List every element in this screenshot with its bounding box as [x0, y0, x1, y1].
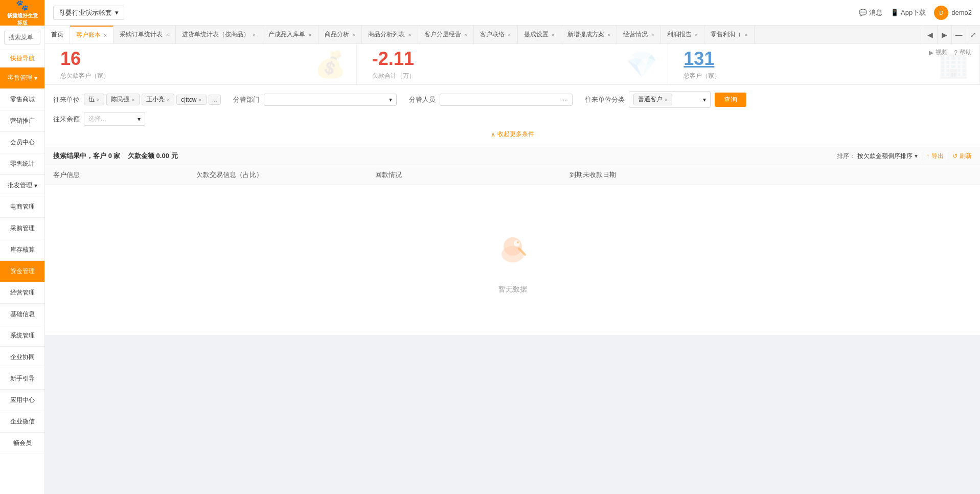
app-name: 畅捷通好生意	[7, 12, 38, 19]
sidebar-item-retail-mgmt[interactable]: 零售管理 ▾	[0, 68, 44, 89]
sidebar-item-finance[interactable]: 资金管理	[0, 261, 44, 282]
tab-customer-contact[interactable]: 客户联络 ×	[474, 26, 517, 44]
sidebar-item-operations[interactable]: 经营管理	[0, 282, 44, 304]
tab-maximize[interactable]: ⤢	[966, 26, 980, 44]
tab-purchase-stats[interactable]: 进货单统计表（按商品） ×	[176, 26, 262, 44]
tab-retail-profit[interactable]: 零售利润（ ×	[704, 26, 754, 44]
results-count-unit: 家	[113, 152, 120, 160]
tab-label: 商品分析	[325, 30, 349, 39]
tab-close-icon[interactable]: ×	[552, 32, 555, 38]
balance-select[interactable]: 选择... ▾	[84, 112, 145, 126]
tab-close-icon[interactable]: ×	[651, 32, 654, 38]
sidebar-item-batch-mgmt[interactable]: 批发管理 ▾	[0, 175, 44, 196]
stat-icon-money: 💰	[314, 50, 346, 79]
export-icon: ↑	[926, 152, 929, 160]
stat-text: 16 总欠款客户（家）	[60, 48, 109, 80]
refresh-icon: ↺	[952, 152, 958, 160]
tab-close-icon[interactable]: ×	[308, 32, 311, 38]
unit-type-tag-1[interactable]: 普通客户 ×	[633, 94, 672, 105]
tag-remove-icon[interactable]: ×	[97, 97, 100, 103]
sort-label: 排序：	[837, 152, 855, 161]
tab-purchase-order[interactable]: 采购订单统计表 ×	[113, 26, 175, 44]
tab-scroll-left[interactable]: ◀	[923, 26, 937, 44]
tab-customer-segment[interactable]: 客户分层经营 ×	[418, 26, 474, 44]
tab-close-icon[interactable]: ×	[166, 32, 169, 38]
filter-tag-2[interactable]: 陈民强 ×	[106, 94, 139, 105]
sidebar-item-quick-nav[interactable]: 快捷导航	[0, 50, 44, 68]
tab-tips-settings[interactable]: 提成设置 ×	[518, 26, 561, 44]
play-icon: ▶	[929, 49, 933, 56]
topbar-right: 💬 消息 📱 App下载 D demo2	[859, 6, 972, 20]
unit-type-select[interactable]: 普通客户 × ▾	[629, 91, 711, 108]
username: demo2	[951, 9, 972, 16]
account-selector[interactable]: 母婴行业演示帐套 ▾	[53, 6, 124, 20]
message-button[interactable]: 💬 消息	[859, 8, 882, 17]
tag-remove-icon[interactable]: ×	[131, 97, 134, 103]
tab-close-icon[interactable]: ×	[408, 32, 411, 38]
chevron-down-icon: ▾	[34, 75, 37, 82]
sidebar-item-retail-stats[interactable]: 零售统计	[0, 153, 44, 175]
video-link[interactable]: ▶ 视频	[929, 48, 948, 57]
tab-label: 提成设置	[524, 30, 549, 39]
collapse-button[interactable]: ∧ 收起更多条件	[491, 130, 534, 139]
tab-close-icon[interactable]: ×	[104, 32, 107, 38]
sidebar-item-enterprise-wx[interactable]: 企业微信	[0, 411, 44, 433]
sidebar-item-inventory[interactable]: 库存核算	[0, 239, 44, 261]
tab-customer-capital[interactable]: 客户账本 ×	[70, 26, 113, 44]
filter-tags: 伍 × 陈民强 × 王小亮 × cjttcw × ...	[84, 94, 221, 105]
sort-button[interactable]: 排序： 按欠款金额倒序排序 ▾	[837, 152, 918, 161]
tab-product-analysis[interactable]: 商品分析 ×	[318, 26, 362, 44]
tab-product-analysis-list[interactable]: 商品分析列表 ×	[362, 26, 418, 44]
search-menu-button[interactable]: 搜索菜单	[4, 31, 40, 44]
tab-close-icon[interactable]: ×	[744, 32, 747, 38]
sidebar-item-ecommerce[interactable]: 电商管理	[0, 196, 44, 218]
tab-profit-report[interactable]: 利润报告 ×	[661, 26, 704, 44]
filter-tag-4[interactable]: cjttcw ×	[176, 95, 206, 105]
tab-operation[interactable]: 经营情况 ×	[617, 26, 660, 44]
sidebar-item-app-center[interactable]: 应用中心	[0, 390, 44, 411]
tab-new-tips[interactable]: 新增提成方案 ×	[561, 26, 617, 44]
tab-close-icon[interactable]: ×	[695, 32, 698, 38]
tab-home[interactable]: 首页	[45, 26, 70, 44]
sidebar-item-enterprise-coop[interactable]: 企业协同	[0, 347, 44, 368]
user-profile[interactable]: D demo2	[934, 6, 972, 20]
tag-remove-icon[interactable]: ×	[665, 97, 668, 103]
tag-remove-icon[interactable]: ×	[198, 97, 201, 103]
sidebar-item-member[interactable]: 畅会员	[0, 433, 44, 454]
avatar: D	[934, 6, 948, 20]
sidebar-item-sys-mgmt[interactable]: 系统管理	[0, 325, 44, 347]
sidebar-item-marketing[interactable]: 营销推广	[0, 110, 44, 132]
tab-close-icon[interactable]: ×	[464, 32, 467, 38]
results-debt-unit: 元	[171, 152, 178, 160]
svg-point-2	[514, 240, 520, 246]
sidebar-item-retail-mall[interactable]: 零售商城	[0, 89, 44, 110]
app-download-button[interactable]: 📱 App下载	[891, 8, 926, 17]
tag-remove-icon[interactable]: ×	[167, 97, 170, 103]
tab-close-icon[interactable]: ×	[352, 32, 355, 38]
tab-close-icon[interactable]: ×	[253, 32, 256, 38]
sidebar: 🐾 畅捷通好生意 标版 搜索菜单 快捷导航 零售管理 ▾ 零售商城 营销推广 会…	[0, 0, 45, 494]
filter-tag-3[interactable]: 王小亮 ×	[142, 94, 174, 105]
person-select[interactable]: ···	[440, 94, 573, 106]
help-link[interactable]: ? 帮助	[954, 48, 972, 57]
svg-point-3	[517, 241, 519, 243]
filter-more-button[interactable]: ...	[209, 95, 221, 105]
refresh-button[interactable]: ↺ 刷新	[952, 152, 972, 161]
page-content: 16 总欠款客户（家） 💰 -2.11 欠款合计（万） 💎 131 总客户（家）…	[45, 44, 980, 494]
tab-scroll-right[interactable]: ▶	[937, 26, 951, 44]
filter-tag-1[interactable]: 伍 ×	[84, 94, 104, 105]
tab-close-icon[interactable]: ×	[508, 32, 511, 38]
sidebar-item-new-guide[interactable]: 新手引导	[0, 368, 44, 390]
results-debt-amount: 0.00	[156, 152, 169, 160]
sidebar-item-member-center[interactable]: 会员中心	[0, 132, 44, 153]
tab-close-icon[interactable]: ×	[607, 32, 610, 38]
export-button[interactable]: ↑ 导出	[926, 152, 944, 161]
tab-minimize[interactable]: —	[951, 26, 966, 44]
dept-select[interactable]: ▾	[264, 94, 397, 106]
stat-number: 16	[60, 48, 109, 70]
search-button[interactable]: 查询	[715, 93, 746, 107]
tab-label: 经营情况	[623, 30, 648, 39]
sidebar-item-purchase-mgmt[interactable]: 采购管理	[0, 218, 44, 239]
sidebar-item-basic-info[interactable]: 基础信息	[0, 304, 44, 325]
tab-product-inbound[interactable]: 产成品入库单 ×	[262, 26, 318, 44]
